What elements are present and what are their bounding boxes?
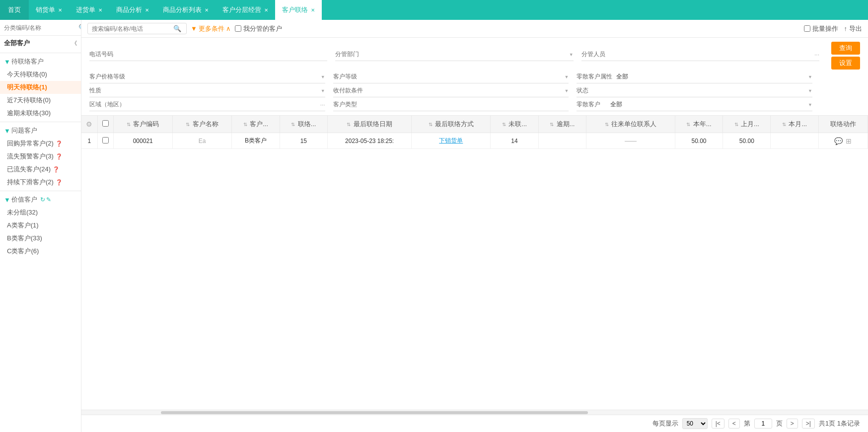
sidebar-item-typeA[interactable]: A类客户(1) bbox=[0, 219, 81, 232]
message-icon[interactable]: 💬 bbox=[834, 137, 843, 145]
my-customers-check[interactable] bbox=[235, 25, 241, 32]
th-this-year[interactable]: ⇅ 本年... bbox=[675, 116, 723, 133]
sidebar-item-typeB[interactable]: B类客户(33) bbox=[0, 232, 81, 245]
th-contact-count[interactable]: ⇅ 联络... bbox=[280, 116, 327, 133]
th-actions: 联络动作 bbox=[818, 116, 868, 133]
nav-item-customer-tier[interactable]: 客户分层经营 ✕ bbox=[216, 0, 275, 20]
filter-dept[interactable]: 分管部门 bbox=[335, 50, 573, 61]
nav-item-salelist[interactable]: 销货单 ✕ bbox=[29, 0, 69, 20]
chevron-down-icon: ∧ bbox=[226, 25, 231, 32]
edit-icon[interactable]: ✎ bbox=[46, 196, 51, 203]
page-suffix: 页 bbox=[776, 419, 783, 428]
search-icon[interactable]: 🔍 bbox=[173, 25, 181, 32]
row-last-method[interactable]: 下销货单 bbox=[412, 133, 491, 149]
horizontal-scrollbar[interactable] bbox=[81, 410, 868, 415]
nav-item-purchase[interactable]: 进货单 ✕ bbox=[69, 0, 109, 20]
filter-customer-level[interactable]: 客户等级 bbox=[333, 72, 569, 83]
chevron-down-icon bbox=[808, 102, 812, 107]
sidebar-item-ungrouped[interactable]: 未分组(32) bbox=[0, 206, 81, 219]
th-unit-contact[interactable]: ⇅ 往来单位联系人 bbox=[586, 116, 675, 133]
more-conditions-btn[interactable]: ▼ 更多条件 ∧ bbox=[191, 24, 231, 33]
close-icon[interactable]: ✕ bbox=[205, 7, 209, 13]
row-last-date: 2023-05-23 18:25: bbox=[327, 133, 411, 149]
sort-icon: ⇅ bbox=[734, 122, 738, 127]
sidebar-item-abnormal[interactable]: 回购异常客户(2) ❓ bbox=[0, 137, 81, 150]
content-area: 🔍 ▼ 更多条件 ∧ 我分管的客户 批量操作 ↑ 导出 bbox=[81, 20, 868, 432]
close-icon[interactable]: ✕ bbox=[58, 7, 62, 13]
filter-price-level[interactable]: 客户价格等级 bbox=[89, 72, 325, 83]
th-uncontact[interactable]: ⇅ 未联... bbox=[491, 116, 538, 133]
th-checkbox[interactable] bbox=[97, 116, 113, 133]
filter-retail-attr[interactable]: 零散客户属性 全部 bbox=[577, 72, 812, 83]
sidebar-item-typeC[interactable]: C类客户(6) bbox=[0, 245, 81, 258]
filter-search-box[interactable]: 🔍 bbox=[87, 23, 187, 34]
page-prev-btn[interactable]: < bbox=[728, 419, 740, 429]
set-button[interactable]: 设置 bbox=[831, 57, 860, 70]
sort-icon: ⇅ bbox=[243, 122, 247, 127]
filter-customer-type[interactable]: 客户类型 bbox=[333, 100, 569, 111]
sort-icon: ⇅ bbox=[605, 122, 609, 127]
filter-phone[interactable]: 电话号码 bbox=[89, 50, 327, 61]
filter-region[interactable]: 区域（地区） ··· bbox=[89, 100, 325, 111]
th-last-month[interactable]: ⇅ 上月... bbox=[723, 116, 771, 133]
export-icon: ↑ bbox=[844, 25, 848, 32]
dots-icon[interactable]: ··· bbox=[320, 101, 325, 108]
nav-item-customer-contact[interactable]: 客户联络 ✕ bbox=[275, 0, 322, 20]
close-icon[interactable]: ✕ bbox=[98, 7, 102, 13]
page-input[interactable] bbox=[754, 419, 772, 429]
sidebar-item-lostwarning[interactable]: 流失预警客户(3) ❓ bbox=[0, 150, 81, 163]
per-page-select[interactable]: 50 100 bbox=[682, 418, 708, 429]
my-customers-checkbox[interactable]: 我分管的客户 bbox=[235, 24, 282, 33]
scrollbar-thumb[interactable] bbox=[161, 411, 588, 414]
close-icon[interactable]: ✕ bbox=[311, 7, 315, 13]
grid-icon[interactable]: ⊞ bbox=[846, 137, 852, 145]
filter-nature[interactable]: 性质 bbox=[89, 86, 325, 97]
filter-status[interactable]: 状态 bbox=[577, 86, 812, 97]
sidebar-item-declining[interactable]: 持续下滑客户(2) ❓ bbox=[0, 176, 81, 189]
sidebar-search-input[interactable] bbox=[4, 24, 78, 31]
filter-payment[interactable]: 收付款条件 bbox=[333, 86, 569, 97]
sidebar-item-overdue[interactable]: 逾期未联络(30) bbox=[0, 107, 81, 120]
th-code[interactable]: ⇅ 客户编码 bbox=[113, 116, 172, 133]
sidebar-all-customers[interactable]: 全部客户 《 bbox=[0, 36, 81, 51]
sort-icon: ⇅ bbox=[502, 122, 506, 127]
nav-home[interactable]: 首页 bbox=[0, 0, 29, 20]
sidebar-item-7days[interactable]: 近7天待联络(0) bbox=[0, 94, 81, 107]
close-icon[interactable]: ✕ bbox=[145, 7, 149, 13]
page-label: 第 bbox=[744, 419, 750, 428]
sort-icon: ⇅ bbox=[429, 122, 433, 127]
batch-op-check[interactable] bbox=[804, 25, 810, 32]
sidebar-search-box[interactable]: 🔍 bbox=[0, 20, 81, 36]
main-layout: 🔍 全部客户 《 ▼ 待联络客户 今天待联络(0) 明天待联络(1) 近7天待联… bbox=[0, 20, 868, 432]
top-nav: 首页 销货单 ✕ 进货单 ✕ 商品分析 ✕ 商品分析列表 ✕ 客户分层经营 ✕ … bbox=[0, 0, 868, 20]
page-next-btn[interactable]: > bbox=[787, 419, 798, 429]
nav-item-analysis[interactable]: 商品分析 ✕ bbox=[109, 0, 156, 20]
th-name[interactable]: ⇅ 客户名称 bbox=[172, 116, 231, 133]
close-icon[interactable]: ✕ bbox=[264, 7, 268, 13]
th-last-method[interactable]: ⇅ 最后联络方式 bbox=[412, 116, 491, 133]
sidebar-item-lost[interactable]: 已流失客户(24) ❓ bbox=[0, 163, 81, 176]
query-button[interactable]: 查询 bbox=[831, 42, 860, 55]
settings-icon[interactable]: ⚙ bbox=[86, 120, 92, 128]
filter-retail-customer[interactable]: 零散客户 全部 bbox=[577, 100, 812, 111]
page-last-btn[interactable]: >| bbox=[802, 419, 815, 429]
select-all-checkbox[interactable] bbox=[102, 120, 109, 127]
row-checkbox[interactable] bbox=[97, 133, 113, 149]
row-select-checkbox[interactable] bbox=[102, 137, 109, 144]
th-type[interactable]: ⇅ 客户... bbox=[232, 116, 280, 133]
batch-op-btn[interactable]: 批量操作 bbox=[804, 24, 838, 33]
page-first-btn[interactable]: |< bbox=[712, 419, 724, 429]
export-btn[interactable]: ↑ 导出 bbox=[844, 24, 863, 33]
sidebar-item-today[interactable]: 今天待联络(0) bbox=[0, 68, 81, 81]
nav-item-analysis-list[interactable]: 商品分析列表 ✕ bbox=[156, 0, 216, 20]
filter-person[interactable]: 分管人员 ··· bbox=[581, 50, 819, 61]
table-footer: 每页显示 50 100 |< < 第 页 > >| 共1页 1条记录 bbox=[81, 415, 868, 432]
refresh-icon[interactable]: ↻ bbox=[40, 196, 45, 203]
th-overdue[interactable]: ⇅ 逾期... bbox=[538, 116, 586, 133]
dots-icon[interactable]: ··· bbox=[814, 51, 819, 58]
th-this-month[interactable]: ⇅ 本月... bbox=[771, 116, 818, 133]
sidebar-item-tomorrow[interactable]: 明天待联络(1) bbox=[0, 81, 81, 94]
filter-search-input[interactable] bbox=[92, 25, 171, 32]
th-last-date[interactable]: ⇅ 最后联络日期 bbox=[327, 116, 411, 133]
total-records: 共1页 1条记录 bbox=[819, 419, 860, 428]
